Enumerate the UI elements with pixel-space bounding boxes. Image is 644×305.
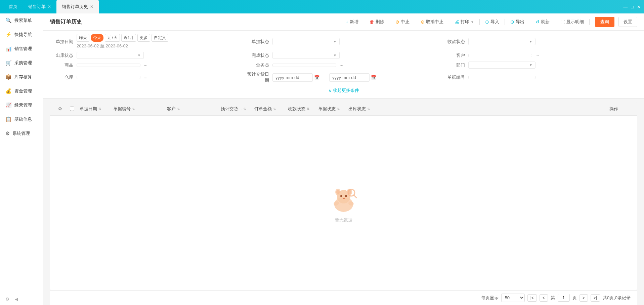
calendar-to-icon[interactable]: 📅 <box>371 75 376 80</box>
sidebar-item-sales[interactable]: 📊 销售管理 <box>0 42 43 56</box>
sidebar-item-basic-info[interactable]: 📋 基础信息 <box>0 112 43 126</box>
tab-sales-order-history[interactable]: 销售订单历史 ✕ <box>56 0 99 13</box>
date-range-display: 2023-06-02 至 2023-06-02 <box>77 43 128 49</box>
filter-product: ··· <box>77 63 239 68</box>
btn-7days[interactable]: 近7天 <box>105 34 120 42</box>
th-date[interactable]: 单据日期 ⇅ <box>77 106 111 112</box>
select-department[interactable]: ▼ <box>468 62 535 69</box>
system-icon: ⚙ <box>5 130 10 137</box>
btn-cancel-stop-label: 取消中止 <box>426 19 443 25</box>
tab-sales-order[interactable]: 销售订单 ✕ <box>23 0 56 13</box>
btn-add-label: 新增 <box>350 19 358 25</box>
tab-sales-order-close[interactable]: ✕ <box>48 4 51 9</box>
th-customer[interactable]: 客户 ⇅ <box>164 106 218 112</box>
sidebar-item-system-label: 系统管理 <box>12 130 30 137</box>
btn-print[interactable]: 🖨 打印 ▼ <box>455 19 474 25</box>
filter-bill-status: ▼ <box>272 38 435 45</box>
input-bill-number[interactable] <box>468 76 535 79</box>
salesperson-dots-icon[interactable]: ··· <box>338 63 345 68</box>
query-button[interactable]: 查询 <box>595 17 614 27</box>
btn-refresh-label: 刷新 <box>541 19 550 25</box>
complete-status-arrow-icon: ▼ <box>333 53 337 57</box>
th-out-status[interactable]: 出库状态 ⇅ <box>346 106 607 112</box>
date-to: 2023-06-02 <box>105 43 128 48</box>
th-payment-status[interactable]: 收款状态 ⇅ <box>285 106 315 112</box>
sidebar-item-quick-nav-label: 快捷导航 <box>14 32 32 38</box>
btn-add[interactable]: + 新增 <box>346 19 358 25</box>
btn-1month[interactable]: 近1月 <box>121 34 136 42</box>
btn-refresh[interactable]: ↺ 刷新 <box>535 19 550 25</box>
select-complete-status[interactable]: ▼ <box>272 52 340 59</box>
last-page-button[interactable]: >| <box>591 294 600 302</box>
page-number-input[interactable]: 1 <box>558 294 570 302</box>
refresh-icon: ↺ <box>535 19 540 25</box>
select-bill-status[interactable]: ▼ <box>272 38 340 45</box>
filter-area: 单据日期 昨天 今天 近7天 近1月 更多 自定义 2023-06-02 至 2… <box>43 31 644 99</box>
btn-today[interactable]: 今天 <box>91 34 103 42</box>
th-amount[interactable]: 订单金额 ⇅ <box>252 106 285 112</box>
th-bill-status[interactable]: 单据状态 ⇅ <box>315 106 346 112</box>
select-all-checkbox[interactable] <box>70 107 74 111</box>
th-settings[interactable]: ⚙ <box>53 106 67 111</box>
sidebar-item-purchase[interactable]: 🛒 采购管理 <box>0 56 43 70</box>
sidebar-collapse-icon[interactable]: ◀ <box>15 297 18 302</box>
tab-home[interactable]: 首页 <box>3 0 23 13</box>
setting-button[interactable]: 设置 <box>618 17 637 27</box>
sidebar-item-system[interactable]: ⚙ 系统管理 <box>0 126 43 141</box>
btn-cancel-stop[interactable]: ⊘ 取消中止 <box>421 19 443 25</box>
page-size-select[interactable]: 50 10 20 100 <box>501 294 525 302</box>
payment-status-arrow-icon: ▼ <box>529 40 532 43</box>
input-warehouse[interactable] <box>77 76 140 79</box>
divider-6 <box>505 19 505 25</box>
next-page-button[interactable]: > <box>579 294 588 302</box>
btn-import-label: 导入 <box>490 19 499 25</box>
divider-9 <box>589 19 590 25</box>
page-size-label: 每页显示 <box>481 295 499 301</box>
expand-icon[interactable]: □ <box>631 4 634 9</box>
customer-dots-icon[interactable]: ··· <box>534 53 541 58</box>
product-dots-icon[interactable]: ··· <box>142 63 149 68</box>
display-cols-checkbox[interactable]: 显示明细 <box>561 19 584 25</box>
cancel-stop-icon: ⊘ <box>421 19 425 25</box>
close-window-icon[interactable]: ✕ <box>637 4 641 9</box>
select-out-status[interactable]: ▼ <box>77 52 144 59</box>
btn-import[interactable]: ⊙ 导入 <box>485 19 499 25</box>
sidebar-settings-icon[interactable]: ⚙ <box>5 297 9 302</box>
sort-delivery-icon: ⇅ <box>243 107 246 111</box>
btn-yesterday[interactable]: 昨天 <box>77 34 89 42</box>
calendar-from-icon[interactable]: 📅 <box>314 75 319 80</box>
purchase-icon: 🛒 <box>5 60 12 66</box>
sidebar-item-basic-info-label: 基础信息 <box>14 116 32 122</box>
th-check[interactable] <box>67 107 77 111</box>
input-salesperson[interactable] <box>272 64 336 67</box>
sidebar-item-inventory[interactable]: 📦 库存核算 <box>0 70 43 84</box>
minimize-icon[interactable]: — <box>623 4 628 9</box>
btn-stop[interactable]: ⊘ 中止 <box>395 19 410 25</box>
collapse-button[interactable]: ∧ 收起更多条件 <box>50 86 637 95</box>
btn-more[interactable]: 更多 <box>137 34 150 42</box>
display-cols-input[interactable] <box>561 20 565 24</box>
btn-export[interactable]: ⊙ 导出 <box>510 19 524 25</box>
first-page-button[interactable]: |< <box>527 294 537 302</box>
input-customer[interactable] <box>468 54 532 57</box>
sort-customer-icon: ⇅ <box>177 107 180 111</box>
th-delivery[interactable]: 预计交货... ⇅ <box>218 106 252 112</box>
sidebar-item-operations[interactable]: 📈 经营管理 <box>0 98 43 112</box>
btn-delete[interactable]: 🗑 删除 <box>370 19 384 25</box>
stop-icon: ⊘ <box>395 19 399 25</box>
delivery-date-from[interactable] <box>272 73 313 82</box>
warehouse-dots-icon[interactable]: ··· <box>142 75 149 80</box>
sort-number-icon: ⇅ <box>132 107 135 111</box>
th-number[interactable]: 单据编号 ⇅ <box>111 106 164 112</box>
input-product[interactable] <box>77 64 140 67</box>
tab-sales-order-history-close[interactable]: ✕ <box>90 4 93 9</box>
th-bill-status-label: 单据状态 <box>318 106 336 112</box>
delivery-date-to[interactable] <box>329 73 370 82</box>
prev-page-button[interactable]: < <box>540 294 548 302</box>
sidebar-item-finance-label: 资金管理 <box>14 88 32 94</box>
btn-custom[interactable]: 自定义 <box>152 34 168 42</box>
sidebar-item-quick-nav[interactable]: ⚡ 快捷导航 <box>0 28 43 42</box>
select-payment-status[interactable]: ▼ <box>468 38 535 45</box>
sidebar-item-search[interactable]: 🔍 搜索菜单 <box>0 13 43 28</box>
sidebar-item-finance[interactable]: 💰 资金管理 <box>0 84 43 98</box>
